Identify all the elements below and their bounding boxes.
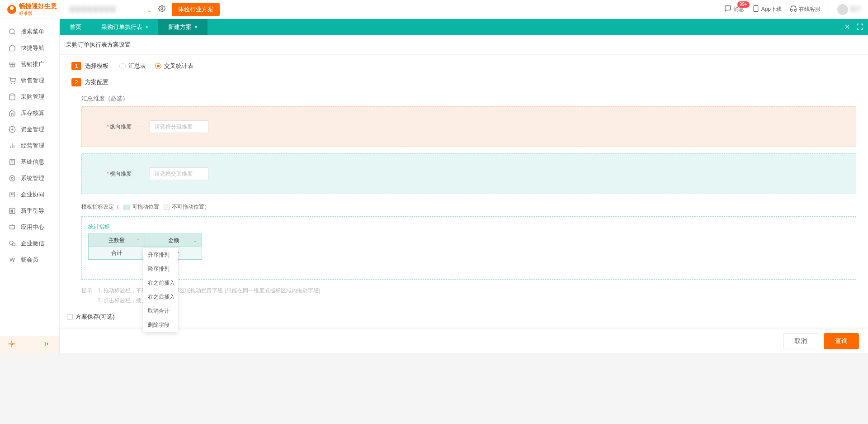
cta-button[interactable]: 体验行业方案 — [172, 3, 220, 16]
svg-point-3 — [9, 29, 14, 34]
logo[interactable]: 畅捷通好生意 标准版 — [7, 2, 61, 17]
sidebar-item-label: 系统管理 — [21, 174, 44, 182]
sidebar-item-label: 采购管理 — [21, 93, 44, 101]
sidebar-item-label: 快捷导航 — [21, 44, 44, 52]
save-option-row: 方案保存(可选) — [67, 305, 856, 328]
svg-point-0 — [161, 8, 163, 10]
query-button[interactable]: 查询 — [824, 333, 859, 349]
not-draggable-swatch-icon — [163, 205, 170, 210]
svg-point-9 — [14, 83, 15, 83]
headset-icon — [790, 5, 797, 14]
gear-icon[interactable] — [158, 5, 165, 14]
vertical-dimension-box: *纵向维度 请选择分组维度 — [81, 106, 856, 147]
close-icon[interactable]: × — [145, 24, 148, 30]
sidebar-item-5[interactable]: 库存核算 — [0, 105, 59, 121]
online-service-button[interactable]: 在线客服 — [790, 5, 821, 14]
house-icon — [8, 109, 16, 117]
horiz-dim-label: *横向维度 — [95, 170, 132, 178]
sidebar-item-3[interactable]: 销售管理 — [0, 72, 59, 89]
draggable-swatch-icon — [123, 205, 130, 210]
chevron-down-icon: ⌄ — [147, 7, 152, 14]
sidebar-item-14[interactable]: 畅会员 — [0, 252, 59, 268]
indicator-dropdown: 升序排列降序排列在之前插入在之后插入取消合计删除字段 — [143, 248, 178, 332]
sidebar-item-1[interactable]: 快捷导航 — [0, 40, 59, 56]
top-bar: 畅捷通好生意 标准版 某某某某某某某某 ⌄ 体验行业方案 消息 99+ App下… — [0, 0, 868, 19]
tab-label: 采购订单执行表 — [101, 23, 142, 31]
dropdown-item-2[interactable]: 在之前插入 — [143, 276, 178, 290]
org-name: 某某某某某某某某 — [65, 3, 156, 16]
sidebar-item-6[interactable]: 资金管理 — [0, 121, 59, 138]
tab-0[interactable]: 首页 — [60, 19, 91, 35]
save-label: 方案保存(可选) — [75, 313, 115, 321]
config-section: 汇总维度（必选） *纵向维度 请选择分组维度 *横向维度 — [71, 95, 856, 305]
indicator-sub-qty[interactable]: 合计 — [88, 247, 145, 260]
collapse-icon[interactable] — [44, 340, 51, 349]
dropdown-item-4[interactable]: 取消合计 — [143, 304, 178, 318]
phone-icon — [752, 5, 760, 14]
fullscreen-icon[interactable] — [856, 23, 863, 32]
tab-1[interactable]: 采购订单执行表× — [91, 19, 158, 35]
main: 首页采购订单执行表×新建方案× 采购订单执行表方案设置 1 选择模板 汇总 — [60, 19, 868, 353]
cancel-button[interactable]: 取消 — [783, 333, 818, 349]
dropdown-item-1[interactable]: 降序排列 — [143, 262, 178, 276]
vert-dim-input[interactable]: 请选择分组维度 — [150, 120, 208, 133]
bag-icon — [8, 93, 16, 101]
app-download-label: App下载 — [761, 5, 782, 13]
edition-text: 标准版 — [19, 10, 57, 17]
coin-icon — [8, 125, 16, 133]
radio-icon — [119, 63, 126, 69]
dim-section-label: 汇总维度（必选） — [81, 95, 856, 103]
svg-rect-26 — [10, 225, 15, 229]
gift-icon — [8, 60, 16, 68]
dropdown-item-5[interactable]: 删除字段 — [143, 318, 178, 332]
sidebar-item-label: 经营管理 — [21, 142, 44, 150]
dropdown-item-3[interactable]: 在之后插入 — [143, 290, 178, 304]
radio-summary[interactable]: 汇总表 — [119, 62, 146, 70]
sidebar-item-label: 搜索菜单 — [21, 28, 44, 36]
line-icon — [136, 127, 145, 127]
sidebar-item-2[interactable]: 营销推广 — [0, 56, 59, 72]
tab-2[interactable]: 新建方案× — [158, 19, 208, 35]
sidebar-item-0[interactable]: 搜索菜单 — [0, 24, 59, 40]
home-icon — [8, 44, 16, 52]
svg-point-20 — [11, 177, 13, 179]
settings-icon[interactable] — [8, 340, 15, 349]
step-2-num: 2 — [71, 78, 81, 86]
svg-rect-31 — [45, 342, 46, 346]
sidebar-item-label: 库存核算 — [21, 109, 44, 117]
radio-cross-label: 交叉统计表 — [164, 62, 193, 70]
indicator-header-amount[interactable]: 金额 ⌄ — [145, 233, 202, 247]
sidebar-item-7[interactable]: 经营管理 — [0, 138, 59, 154]
chart-icon — [8, 142, 16, 150]
close-icon[interactable]: × — [194, 24, 198, 30]
messages-button[interactable]: 消息 99+ — [724, 5, 744, 14]
dropdown-item-0[interactable]: 升序排列 — [143, 248, 178, 262]
radio-cross[interactable]: 交叉统计表 — [155, 62, 193, 70]
sidebar-item-9[interactable]: 系统管理 — [0, 170, 59, 186]
sidebar-item-11[interactable]: N新手引导 — [0, 203, 59, 219]
messages-badge: 99+ — [737, 1, 750, 8]
sidebar-item-4[interactable]: 采购管理 — [0, 89, 59, 105]
step-1-row: 1 选择模板 汇总表 交叉统计表 — [71, 62, 856, 70]
sidebar-item-13[interactable]: 企业微信 — [0, 235, 59, 252]
content-area: 1 选择模板 汇总表 交叉统计表 2 方案配置 — [60, 55, 868, 353]
sidebar-item-10[interactable]: 企业协同 — [0, 186, 59, 203]
close-all-icon[interactable] — [844, 23, 851, 32]
sidebar-item-8[interactable]: 基础信息 — [0, 154, 59, 170]
horizontal-dimension-box: *横向维度 请选择交叉维度 — [81, 153, 856, 194]
vert-dim-label: *纵向维度 — [95, 123, 132, 131]
template-radio-group: 汇总表 交叉统计表 — [119, 62, 193, 70]
indicator-header-qty[interactable]: 主数量 ⌃ — [88, 233, 145, 247]
hints: 提示：1. 拖动标题栏，不可跨维度或指标区域拖动栏目字段 (只能在同一维度或指标… — [81, 286, 856, 305]
user-menu[interactable]: 用户 — [837, 4, 861, 15]
svg-point-30 — [11, 343, 13, 345]
save-checkbox[interactable] — [67, 314, 73, 320]
svg-point-23 — [11, 193, 13, 195]
sidebar-item-label: 基础信息 — [21, 158, 44, 166]
app-download-button[interactable]: App下载 — [752, 5, 782, 14]
horiz-dim-input[interactable]: 请选择交叉维度 — [150, 167, 208, 180]
indicator-title: 统计指标 — [88, 223, 849, 231]
sidebar-item-12[interactable]: 应用中心 — [0, 219, 59, 235]
org-selector[interactable]: 某某某某某某某某 ⌄ — [65, 3, 156, 16]
tabs-controls — [844, 19, 868, 35]
